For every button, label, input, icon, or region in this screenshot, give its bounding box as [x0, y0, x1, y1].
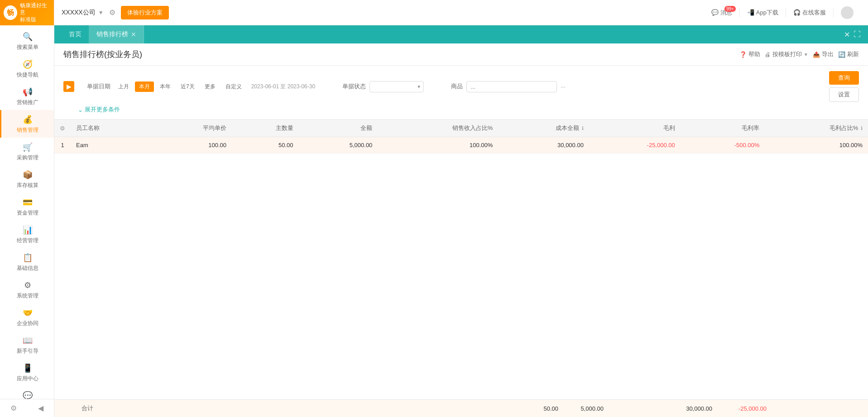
help-btn[interactable]: ❓ 帮助 [739, 50, 760, 58]
cell-avg-price: 100.00 [151, 137, 232, 153]
tab-home-label: 首页 [69, 30, 82, 38]
footer-profit: -25,000.00 [718, 405, 772, 412]
divider3 [833, 8, 834, 17]
filter-status: 单据状态 ▼ [342, 81, 424, 92]
col-main-qty-header: 主数量 [232, 120, 299, 137]
expand-more-icon: ⌄ [78, 106, 83, 113]
sidebar-icon-quicknav: 🧭 [23, 59, 33, 69]
sidebar-bottom: ⚙ ◀ [0, 399, 54, 417]
filter-toggle-btn[interactable]: ▶ [63, 81, 74, 92]
sidebar-label-apps: 应用中心 [17, 375, 38, 383]
sidebar-icon-finance: 💳 [23, 197, 33, 207]
sidebar-label-quicknav: 快捷导航 [17, 71, 38, 79]
col-settings-header: ⚙ [54, 120, 71, 137]
sidebar-item-marketing[interactable]: 📢 营销推广 [0, 82, 54, 110]
date-tab-custom[interactable]: 自定义 [221, 81, 246, 92]
sidebar-icon-sales: 💰 [23, 115, 33, 125]
sidebar-label-system: 系统管理 [17, 292, 38, 300]
tab-sales-rank-label: 销售排行榜 [96, 30, 128, 38]
date-tab-7days[interactable]: 近7天 [177, 81, 199, 92]
date-tab-more[interactable]: 更多 [201, 81, 220, 92]
status-select[interactable] [369, 81, 424, 92]
sidebar-item-wechat[interactable]: 💬 企业微信 [0, 386, 54, 399]
tab-home[interactable]: 首页 [62, 25, 89, 43]
status-filter-label: 单据状态 [342, 82, 366, 91]
export-btn[interactable]: 📤 导出 [813, 50, 834, 58]
sidebar-icon-purchase: 🛒 [23, 142, 33, 152]
sidebar-item-base[interactable]: 📋 基础信息 [0, 248, 54, 276]
filter-row-1: ▶ 单据日期 上月 本月 本年 近7天 更多 自定义 2023-06-01 至 … [63, 71, 859, 102]
trial-btn[interactable]: 体验行业方案 [121, 6, 169, 19]
sidebar-item-quicknav[interactable]: 🧭 快捷导航 [0, 55, 54, 82]
cost-info-icon[interactable]: ℹ [582, 125, 584, 131]
sidebar-item-guide[interactable]: 📖 新手引导 [0, 331, 54, 359]
service-icon: 🎧 [793, 9, 801, 16]
sidebar-item-system[interactable]: ⚙ 系统管理 [0, 276, 54, 303]
cell-cost: 30,000.00 [498, 137, 589, 153]
sidebar-label-coop: 企业协同 [17, 320, 38, 327]
tabbar-right: ✕ ⛶ [844, 30, 861, 39]
settings-bottom-icon[interactable]: ⚙ [10, 404, 17, 412]
cell-sales-pct: 100.00% [378, 137, 498, 153]
query-btn[interactable]: 查询 [829, 71, 859, 85]
tab-close-icon[interactable]: ✕ [131, 31, 136, 38]
expand-more-label: 展开更多条件 [85, 105, 120, 114]
table-wrapper: ⚙ 员工名称 平均单价 主数量 全额 销售收入占比% 成本全额 ℹ 毛利 毛利率… [54, 120, 868, 153]
profit-pct-info-icon[interactable]: ℹ [861, 125, 863, 131]
online-service-btn[interactable]: 🎧 在线客服 [793, 9, 826, 17]
message-icon: 💬 [711, 9, 719, 16]
cell-rank: 1 [54, 137, 71, 153]
sidebar-item-purchase[interactable]: 🛒 采购管理 [0, 138, 54, 165]
refresh-btn[interactable]: 🔄 刷新 [838, 50, 859, 58]
divider1 [739, 8, 740, 17]
date-tab-this-month[interactable]: 本月 [135, 81, 154, 92]
table-row: 1 Eam 100.00 50.00 5,000.00 100.00% 30,0… [54, 137, 868, 153]
refresh-label: 刷新 [847, 50, 859, 58]
query-buttons: 查询 设置 [829, 71, 859, 102]
sidebar-label-marketing: 营销推广 [17, 99, 38, 106]
settings-btn[interactable]: 设置 [829, 87, 859, 102]
cell-name: Eam [71, 137, 151, 153]
topbar: XXXXX公司 ▼ ⚙ 体验行业方案 💬 消息 99+ 📲 App下载 🎧 在线… [54, 0, 868, 25]
avatar[interactable] [841, 6, 854, 19]
company-selector[interactable]: XXXXX公司 ▼ [62, 9, 104, 17]
sidebar-item-sales[interactable]: 💰 销售管理 [0, 110, 54, 138]
sidebar: 畅 畅康通好生意 标准版 🔍 搜索菜单 🧭 快捷导航 📢 营销推广 💰 销售管理… [0, 0, 54, 417]
tab-sales-rank[interactable]: 销售排行榜 ✕ [89, 25, 144, 43]
date-tab-last-month[interactable]: 上月 [114, 81, 133, 92]
message-btn[interactable]: 💬 消息 99+ [711, 9, 732, 17]
print-dropdown-icon: ▼ [804, 52, 808, 57]
sidebar-icon-apps: 📱 [23, 363, 33, 373]
tab-close-window-icon[interactable]: ✕ [844, 30, 850, 39]
cell-main-qty: 50.00 [232, 137, 299, 153]
sidebar-item-inventory[interactable]: 📦 库存核算 [0, 165, 54, 193]
date-tabs: 上月 本月 本年 近7天 更多 自定义 [114, 81, 246, 92]
sidebar-item-finance[interactable]: 💳 资金管理 [0, 193, 54, 220]
sidebar-item-coop[interactable]: 🤝 企业协同 [0, 303, 54, 331]
tab-fullscreen-icon[interactable]: ⛶ [854, 30, 861, 39]
page-header: 销售排行榜(按业务员) ❓ 帮助 🖨 按模板打印 ▼ 📤 导出 🔄 刷新 [54, 43, 868, 66]
sidebar-item-apps[interactable]: 📱 应用中心 [0, 359, 54, 386]
goods-filter-label: 商品 [451, 82, 463, 91]
col-cost-header: 成本全额 ℹ [498, 120, 589, 137]
topbar-settings-icon[interactable]: ⚙ [109, 8, 115, 17]
sidebar-label-mgmt: 经营管理 [17, 237, 38, 244]
main-area: XXXXX公司 ▼ ⚙ 体验行业方案 💬 消息 99+ 📲 App下载 🎧 在线… [54, 0, 868, 417]
sidebar-icon-base: 📋 [23, 253, 33, 263]
sidebar-label-base: 基础信息 [17, 264, 38, 272]
tabbar: 首页 销售排行榜 ✕ ✕ ⛶ [54, 25, 868, 43]
date-tab-this-year[interactable]: 本年 [156, 81, 175, 92]
print-btn[interactable]: 🖨 按模板打印 ▼ [765, 50, 808, 58]
table-settings-icon[interactable]: ⚙ [60, 125, 65, 132]
sidebar-label-inventory: 库存核算 [17, 182, 38, 189]
sidebar-icon-guide: 📖 [23, 336, 33, 345]
logo-text: 畅康通好生意 标准版 [20, 2, 50, 24]
goods-input[interactable] [466, 81, 557, 92]
sidebar-item-search[interactable]: 🔍 搜索菜单 [0, 27, 54, 55]
collapse-sidebar-icon[interactable]: ◀ [38, 404, 43, 412]
sidebar-item-mgmt[interactable]: 📊 经营管理 [0, 220, 54, 248]
app-download-btn[interactable]: 📲 App下载 [747, 9, 778, 17]
sidebar-label-guide: 新手引导 [17, 347, 38, 355]
expand-more-btn[interactable]: ⌄ 展开更多条件 [78, 105, 859, 114]
status-select-wrapper: ▼ [369, 81, 424, 92]
